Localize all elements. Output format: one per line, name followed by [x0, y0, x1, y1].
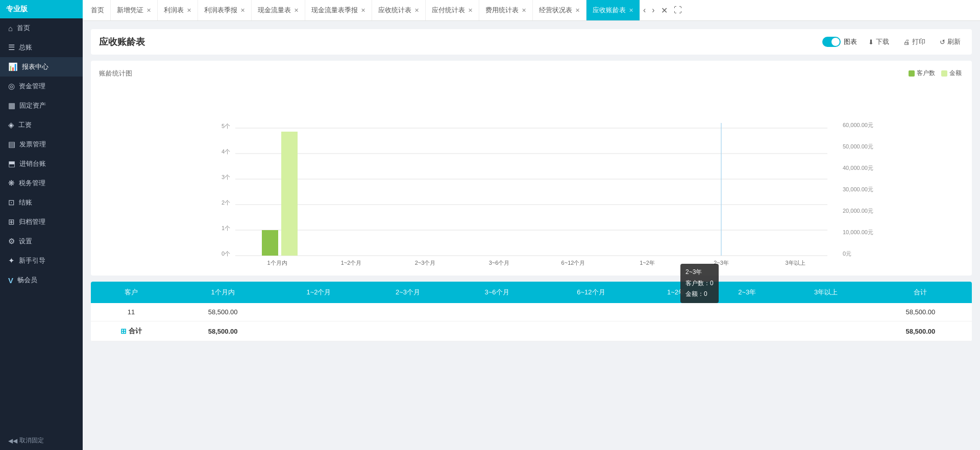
tab-nav-next[interactable]: ›	[649, 0, 657, 20]
tab-home[interactable]: 首页	[85, 0, 111, 20]
tab-voucher[interactable]: 新增凭证 ✕	[111, 0, 158, 20]
tab-voucher-close[interactable]: ✕	[146, 7, 151, 14]
col-y2-3: 2~3年	[712, 282, 782, 303]
download-label: 下载	[876, 37, 889, 46]
chart-toggle-label: 图表	[844, 37, 857, 46]
logo-text: 专业版	[6, 5, 28, 14]
tab-receivable-stat-label: 应收统计表	[378, 6, 411, 15]
svg-text:30,000.00元: 30,000.00元	[843, 186, 873, 192]
refresh-btn[interactable]: ↺ 刷新	[937, 35, 964, 48]
cell-m3-6-0	[452, 303, 542, 321]
svg-text:50,000.00元: 50,000.00元	[843, 143, 873, 149]
tab-profit-quarter-close[interactable]: ✕	[240, 7, 245, 14]
download-icon: ⬇	[868, 38, 874, 46]
legend-customer-dot	[909, 70, 915, 77]
sidebar-label-checkout: 结账	[19, 198, 32, 207]
tab-aging-report-label: 应收账龄表	[593, 6, 626, 15]
sidebar-item-reports[interactable]: 📊 报表中心	[0, 57, 83, 77]
tab-expense-stat[interactable]: 费用统计表 ✕	[479, 0, 533, 20]
tab-profit-close[interactable]: ✕	[187, 7, 191, 14]
svg-text:1~2年: 1~2年	[640, 260, 655, 266]
chart-svg: 0个 1个 2个 3个 4个 5个 0元 10,000.00元 20,000.0…	[99, 82, 964, 266]
tab-expense-stat-close[interactable]: ✕	[522, 7, 526, 14]
tab-close-all[interactable]: ✕	[658, 0, 671, 20]
sidebar-label-vip: 畅会员	[17, 276, 37, 285]
download-btn[interactable]: ⬇ 下载	[865, 35, 892, 48]
cell-customer-0: 11	[91, 303, 172, 321]
header-actions: 图表 ⬇ 下载 🖨 打印 ↺ 刷新	[822, 35, 964, 48]
sidebar-item-funds[interactable]: ◎ 资金管理	[0, 77, 83, 96]
sidebar-item-assets[interactable]: ▦ 固定资产	[0, 96, 83, 115]
tab-profit[interactable]: 利润表 ✕	[158, 0, 198, 20]
sidebar-item-inventory[interactable]: ⬒ 进销台账	[0, 154, 83, 173]
sidebar-label-settings: 设置	[19, 237, 32, 246]
settings-icon: ⚙	[8, 237, 15, 246]
ledger-icon: ☰	[8, 43, 15, 52]
table-container: 客户 1个月内 1~2个月 2~3个月 3~6个月 6~12个月 1~2年 2~…	[91, 282, 972, 341]
sidebar-item-ledger[interactable]: ☰ 总账	[0, 38, 83, 57]
collapse-icon: ◀◀	[8, 437, 17, 444]
tab-cashflow-close[interactable]: ✕	[294, 7, 299, 14]
tab-business-stat-close[interactable]: ✕	[575, 7, 580, 14]
tab-nav-prev[interactable]: ‹	[640, 0, 649, 20]
print-btn[interactable]: 🖨 打印	[900, 35, 928, 48]
print-label: 打印	[912, 37, 925, 46]
legend-customer: 客户数	[909, 69, 935, 78]
tab-expand[interactable]: ⛶	[671, 0, 685, 20]
sidebar-item-home[interactable]: ⌂ 首页	[0, 18, 83, 38]
cell-m6-12-0	[542, 303, 641, 321]
tab-payable-stat-close[interactable]: ✕	[468, 7, 473, 14]
sidebar-item-salary[interactable]: ◈ 工资	[0, 115, 83, 135]
tab-cashflow-quarter[interactable]: 现金流量表季报 ✕	[305, 0, 372, 20]
tab-business-stat[interactable]: 经营状况表 ✕	[533, 0, 586, 20]
sidebar-item-settings[interactable]: ⚙ 设置	[0, 232, 83, 251]
tab-profit-quarter[interactable]: 利润表季报 ✕	[198, 0, 252, 20]
svg-text:60,000.00元: 60,000.00元	[843, 122, 873, 128]
refresh-icon: ↺	[940, 38, 945, 46]
sidebar-collapse-btn[interactable]: ◀◀ 取消固定	[0, 431, 83, 450]
svg-text:2~3个月: 2~3个月	[415, 260, 436, 266]
sidebar-item-archive[interactable]: ⊞ 归档管理	[0, 212, 83, 232]
chart-toggle[interactable]	[822, 37, 841, 47]
total-m1: 58,500.00	[172, 321, 274, 341]
home-icon: ⌂	[8, 24, 13, 33]
tab-receivable-stat[interactable]: 应收统计表 ✕	[372, 0, 426, 20]
sidebar-label-reports: 报表中心	[22, 62, 48, 71]
total-icon: ⊞	[120, 327, 127, 335]
sidebar-item-vip[interactable]: V 畅会员	[0, 270, 83, 290]
table-row: 11 58,500.00 58,500.00	[91, 303, 972, 321]
tab-aging-report-close[interactable]: ✕	[629, 7, 633, 14]
cell-total-0: 58,500.00	[869, 303, 972, 321]
total-m1-2	[274, 321, 363, 341]
tax-icon: ❋	[8, 179, 15, 188]
legend-amount-label: 金额	[949, 69, 962, 78]
sidebar-item-tax[interactable]: ❋ 税务管理	[0, 173, 83, 193]
sidebar: 专业版 ⌂ 首页 ☰ 总账 📊 报表中心 ◎ 资金管理 ▦ 固定资产 ◈ 工资 …	[0, 0, 83, 450]
total-y1-2	[641, 321, 712, 341]
tab-aging-report[interactable]: 应收账龄表 ✕	[586, 0, 640, 20]
cell-y3plus-0	[782, 303, 869, 321]
tab-receivable-stat-close[interactable]: ✕	[414, 7, 419, 14]
col-m1-2: 1~2个月	[274, 282, 363, 303]
bar-amount-0	[281, 132, 298, 256]
col-customer: 客户	[91, 282, 172, 303]
sidebar-label-tax: 税务管理	[19, 179, 45, 188]
svg-text:2~3年: 2~3年	[714, 260, 729, 266]
total-m2-3	[363, 321, 453, 341]
tab-bar: 首页 新增凭证 ✕ 利润表 ✕ 利润表季报 ✕ 现金流量表 ✕ 现金流量表季报 …	[83, 0, 980, 21]
sidebar-item-guide[interactable]: ✦ 新手引导	[0, 251, 83, 270]
tab-cashflow-quarter-close[interactable]: ✕	[361, 7, 365, 14]
sidebar-label-assets: 固定资产	[19, 101, 46, 110]
svg-text:1~2个月: 1~2个月	[341, 260, 362, 266]
svg-text:6~12个月: 6~12个月	[561, 260, 585, 266]
page-header: 应收账龄表 图表 ⬇ 下载 🖨 打印 ↺ 刷新	[91, 29, 972, 55]
sidebar-item-checkout[interactable]: ⊡ 结账	[0, 193, 83, 212]
aging-table: 客户 1个月内 1~2个月 2~3个月 3~6个月 6~12个月 1~2年 2~…	[91, 282, 972, 341]
tab-payable-stat[interactable]: 应付统计表 ✕	[426, 0, 479, 20]
col-y3plus: 3年以上	[782, 282, 869, 303]
tab-cashflow[interactable]: 现金流量表 ✕	[252, 0, 305, 20]
funds-icon: ◎	[8, 82, 15, 91]
sidebar-item-invoice[interactable]: ▤ 发票管理	[0, 135, 83, 154]
main-area: 首页 新增凭证 ✕ 利润表 ✕ 利润表季报 ✕ 现金流量表 ✕ 现金流量表季报 …	[83, 0, 980, 450]
legend-customer-label: 客户数	[917, 69, 935, 78]
